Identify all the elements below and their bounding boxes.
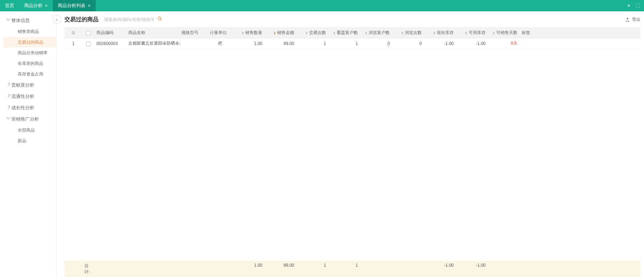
- tab-1[interactable]: 商品分析✕: [19, 0, 53, 11]
- sidebar-group-2[interactable]: 流通性分析: [4, 91, 56, 102]
- footer-stock: -1.00: [424, 263, 456, 275]
- cell-customers: 1: [328, 38, 360, 49]
- cell-trades: 1: [296, 38, 328, 49]
- svg-line-1: [161, 20, 162, 21]
- header-qty[interactable]: ▲▼销售数量: [233, 28, 264, 38]
- export-button[interactable]: 导出: [625, 17, 640, 23]
- footer-qty: 1.00: [233, 263, 264, 275]
- close-icon[interactable]: ✕: [88, 4, 91, 8]
- tab-label: 商品分析: [24, 2, 43, 9]
- row-checkbox[interactable]: [86, 41, 91, 46]
- sidebar-item-0-0[interactable]: 销售类商品: [4, 26, 56, 37]
- header-tags[interactable]: 标签: [520, 28, 640, 38]
- header-sale-days[interactable]: ▲▼可销售天数: [488, 28, 520, 38]
- cell-code: 002600003: [94, 38, 126, 49]
- footer-customers: 1: [328, 263, 360, 275]
- fullscreen-icon[interactable]: ⛶: [635, 3, 640, 8]
- cell-browse-cust[interactable]: 0: [360, 38, 392, 49]
- select-all-checkbox[interactable]: [86, 31, 91, 35]
- cell-unit: 把: [208, 38, 233, 49]
- header-browse-cnt[interactable]: ▲▼浏览次数: [392, 28, 424, 38]
- close-icon[interactable]: ✕: [45, 4, 48, 8]
- cell-stock: -1.00: [424, 38, 456, 49]
- header-customers[interactable]: ▲▼覆盖客户数: [328, 28, 360, 38]
- sidebar: 整体信息销售类商品交易过的商品商品分类动销率有库存的商品库存资金占用贡献度分析流…: [4, 11, 57, 277]
- gear-icon[interactable]: ⚙: [71, 30, 75, 35]
- tab-bar: 首页商品分析✕商品分析列表✕ ✕ ⛶: [0, 0, 644, 11]
- search-input[interactable]: [103, 16, 164, 24]
- footer-avail: -1.00: [456, 263, 488, 275]
- content-header: 交易过的商品 导出: [65, 14, 640, 27]
- export-label: 导出: [632, 17, 640, 23]
- svg-point-0: [158, 17, 161, 20]
- footer-totals: 合计: 1.00 89.00 1 1 -1.00 -1.00: [65, 261, 640, 277]
- cell-qty: 1.00: [233, 38, 264, 49]
- header-name[interactable]: 商品名称: [126, 28, 179, 38]
- header-unit[interactable]: 计量单位: [208, 28, 233, 38]
- sidebar-group-0[interactable]: 整体信息: [4, 15, 56, 26]
- sidebar-item-0-3[interactable]: 有库存的商品: [4, 58, 56, 69]
- sidebar-collapse-button[interactable]: «: [53, 16, 61, 23]
- footer-trades: 1: [296, 263, 328, 275]
- close-all-icon[interactable]: ✕: [627, 3, 631, 8]
- page-title: 交易过的商品: [65, 16, 99, 23]
- cell-name: 左都胶囊五折遮阳伞防晒伞;: [126, 38, 179, 49]
- footer-label: 合计:: [82, 263, 94, 275]
- table-row[interactable]: 1002600003左都胶囊五折遮阳伞防晒伞;把1.0089.001100-1.…: [65, 38, 640, 49]
- sidebar-item-0-2[interactable]: 商品分类动销率: [4, 48, 56, 58]
- sidebar-group-4[interactable]: 营销推广分析: [4, 113, 56, 125]
- tab-2[interactable]: 商品分析列表✕: [53, 0, 96, 11]
- sidebar-item-0-4[interactable]: 库存资金占用: [4, 69, 56, 79]
- sidebar-item-4-0[interactable]: 全部商品: [4, 125, 56, 135]
- header-amount[interactable]: ▲▼销售金额: [264, 28, 296, 38]
- sidebar-item-4-1[interactable]: 新品: [4, 135, 56, 146]
- header-stock[interactable]: ▲▼现有库存: [424, 28, 456, 38]
- tab-label: 商品分析列表: [58, 2, 85, 9]
- header-browse-cust[interactable]: ▲▼浏览客户数: [360, 28, 392, 38]
- header-avail[interactable]: ▲▼可用库存: [456, 28, 488, 38]
- header-code[interactable]: 商品编码: [94, 28, 126, 38]
- search-icon[interactable]: [157, 16, 162, 22]
- cell-sale-days: 0天: [488, 38, 520, 49]
- footer-amount: 89.00: [264, 263, 296, 275]
- cell-browse-cnt: 0: [392, 38, 424, 49]
- sidebar-item-0-1[interactable]: 交易过的商品: [4, 37, 56, 48]
- cell-amount: 89.00: [264, 38, 296, 49]
- cell-tags: [520, 38, 640, 49]
- tab-bar-controls: ✕ ⛶: [627, 0, 644, 11]
- sidebar-group-1[interactable]: 贡献度分析: [4, 79, 56, 91]
- cell-avail: -1.00: [456, 38, 488, 49]
- cell-idx: 1: [65, 38, 82, 49]
- cell-spec: [179, 38, 208, 49]
- tab-label: 首页: [5, 2, 14, 9]
- sidebar-group-3[interactable]: 成长性分析: [4, 102, 56, 113]
- header-trades[interactable]: ▲▼交易次数: [296, 28, 328, 38]
- tab-0[interactable]: 首页: [0, 0, 19, 11]
- data-table: ⚙ 商品编码 商品名称 规格型号 计量单位 ▲▼销售数量 ▲▼销售金额 ▲▼交易…: [65, 28, 640, 49]
- header-spec[interactable]: 规格型号: [179, 28, 208, 38]
